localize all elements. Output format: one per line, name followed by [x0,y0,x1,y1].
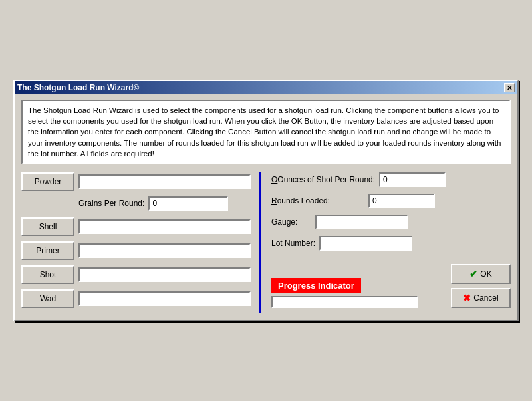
title-bar: The Shotgun Load Run Wizard© ✕ [15,81,517,94]
ounces-input[interactable] [379,172,446,187]
right-panel: OOunces of Shot Per Round: Rounds Loaded… [261,172,511,313]
ok-checkmark-icon: ✔ [469,269,477,279]
window-title: The Shotgun Load Run Wizard© [17,83,139,92]
progress-bar [271,296,418,308]
shot-input[interactable] [78,267,251,282]
ounces-label: OOunces of Shot Per Round: [271,175,375,184]
shot-button[interactable]: Shot [21,265,74,284]
ok-label: OK [480,269,491,279]
action-buttons: ✔ OK ✖ Cancel [451,264,511,308]
powder-button[interactable]: Powder [21,172,74,191]
window-content: The Shotgun Load Run Wizard is used to s… [15,94,517,319]
shell-row: Shell [21,217,251,236]
progress-indicator-label: Progress Indicator [271,278,361,293]
lot-row: Lot Number: [271,236,511,251]
progress-section: Progress Indicator [271,278,418,308]
grains-row: Grains Per Round: [21,196,251,211]
powder-row: Powder [21,172,251,191]
grains-input[interactable] [148,196,228,211]
description-box: The Shotgun Load Run Wizard is used to s… [21,100,511,164]
wad-button[interactable]: Wad [21,289,74,308]
left-panel: Powder Grains Per Round: Shell Primer Sh… [21,172,261,313]
description-text: The Shotgun Load Run Wizard is used to s… [28,106,501,157]
main-window: The Shotgun Load Run Wizard© ✕ The Shotg… [13,80,519,321]
ok-button[interactable]: ✔ OK [451,264,511,284]
lot-label: Lot Number: [271,239,315,248]
title-bar-buttons: ✕ [504,83,515,92]
primer-button[interactable]: Primer [21,241,74,260]
grains-label: Grains Per Round: [78,199,144,208]
shell-button[interactable]: Shell [21,217,74,236]
rounds-input[interactable] [368,194,435,208]
wad-input[interactable] [78,291,251,306]
cancel-button[interactable]: ✖ Cancel [451,288,511,308]
ounces-row: OOunces of Shot Per Round: [271,172,511,187]
rounds-row: Rounds Loaded: [271,194,511,208]
shot-row: Shot [21,265,251,284]
primer-row: Primer [21,241,251,260]
rounds-label: Rounds Loaded: [271,196,364,205]
right-bottom: Progress Indicator ✔ OK ✖ Cancel [271,257,511,308]
powder-input[interactable] [78,174,251,189]
wad-row: Wad [21,289,251,308]
primer-input[interactable] [78,243,251,258]
gauge-input[interactable] [315,215,408,229]
gauge-label: Gauge: [271,217,311,227]
cancel-label: Cancel [473,293,498,303]
shell-input[interactable] [78,219,251,234]
gauge-row: Gauge: [271,215,511,229]
main-area: Powder Grains Per Round: Shell Primer Sh… [21,172,511,313]
close-button[interactable]: ✕ [504,83,515,92]
cancel-x-icon: ✖ [463,293,471,303]
lot-input[interactable] [319,236,412,251]
